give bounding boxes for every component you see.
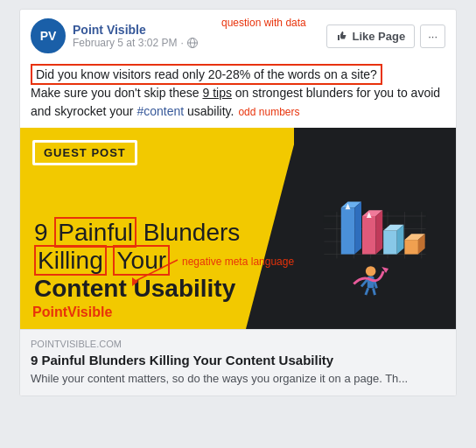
post-meta: February 5 at 3:02 PM · [73, 37, 326, 49]
isometric-chart [307, 161, 443, 297]
post-date: February 5 at 3:02 PM [73, 37, 177, 49]
globe-icon [187, 38, 198, 48]
svg-marker-17 [354, 201, 361, 254]
post-body: Did you know visitors read only 20-28% o… [20, 62, 456, 128]
content-hashtag[interactable]: #content [136, 104, 184, 118]
svg-rect-21 [383, 230, 397, 254]
avatar[interactable]: PV [31, 18, 66, 53]
more-options-button[interactable]: ··· [420, 24, 445, 48]
facebook-post-card: PV Point Visible February 5 at 3:02 PM ·… [19, 9, 457, 396]
like-page-label: Like Page [352, 30, 405, 43]
image-title-overlay: 9 Painful Blunders Killing Your Content … [34, 219, 240, 303]
svg-rect-15 [341, 207, 355, 254]
svg-point-29 [366, 266, 376, 276]
title-killing-highlighted: Killing [34, 245, 107, 276]
annotation-odd-numbers: odd numbers [238, 106, 299, 118]
link-title: 9 Painful Blunders Killing Your Content … [31, 353, 445, 368]
diagonal-divider [246, 128, 298, 329]
title-blunders: Blunders [136, 219, 240, 246]
nine-tips-link[interactable]: 9 tips [202, 86, 231, 100]
title-line-2: Killing Your [34, 247, 240, 275]
post-text: Did you know visitors read only 20-28% o… [31, 66, 445, 121]
body-text-1: Make sure you don't skip these [31, 86, 202, 100]
body-text-3: usability. [184, 104, 234, 118]
dot-separator: · [180, 37, 183, 49]
image-logo: PointVisible [32, 304, 112, 320]
post-header: PV Point Visible February 5 at 3:02 PM ·… [20, 10, 456, 62]
page-name[interactable]: Point Visible [73, 23, 326, 37]
dark-chart-section [294, 128, 456, 329]
svg-rect-18 [362, 215, 376, 254]
link-preview[interactable]: POINTVISIBLE.COM 9 Painful Blunders Kill… [20, 329, 456, 396]
highlight-question: Did you know visitors read only 20-28% o… [31, 64, 382, 85]
logo-part2-red: Visible [67, 304, 112, 319]
more-icon: ··· [428, 30, 438, 43]
title-line-3: Content Usability [34, 275, 240, 303]
svg-line-31 [361, 279, 368, 286]
svg-line-33 [366, 288, 368, 295]
svg-line-34 [374, 288, 375, 295]
title-painful-highlighted: Painful [54, 217, 136, 248]
post-image[interactable]: GUEST POST 9 Painful Blunders Killing Yo… [20, 128, 456, 329]
title-your-highlighted: Your [113, 245, 170, 276]
guest-post-badge: GUEST POST [32, 140, 137, 165]
header-info: Point Visible February 5 at 3:02 PM · [73, 23, 326, 49]
svg-rect-24 [404, 240, 418, 254]
header-actions: Like Page ··· [326, 24, 445, 48]
logo-part1: Point [32, 304, 67, 319]
title-line-1: 9 Painful Blunders [34, 219, 240, 247]
svg-marker-20 [375, 210, 382, 254]
thumbs-up-icon [336, 30, 348, 42]
link-description: While your content matters, so do the wa… [31, 371, 445, 387]
like-page-button[interactable]: Like Page [326, 24, 415, 48]
title-number: 9 [34, 219, 54, 246]
link-domain: POINTVISIBLE.COM [31, 339, 445, 349]
